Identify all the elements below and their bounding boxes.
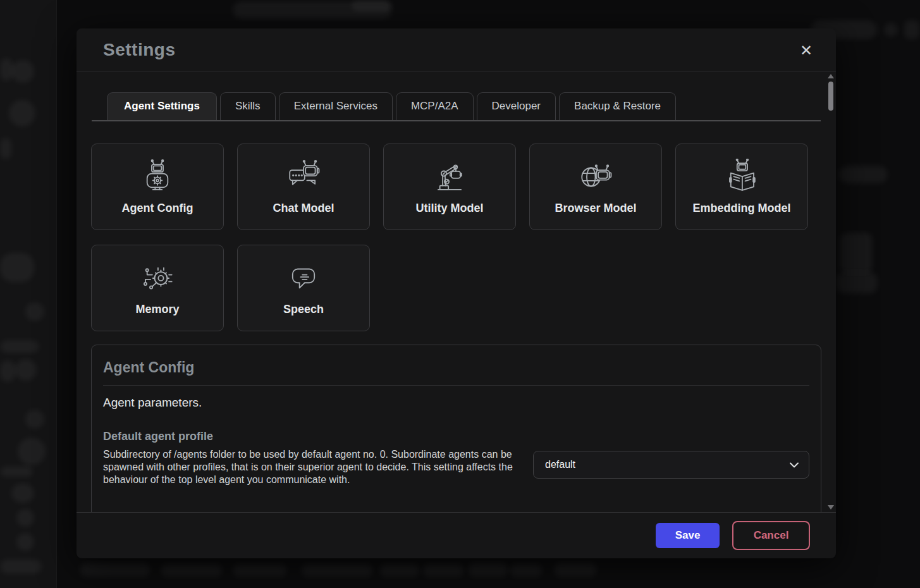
tab-skills[interactable]: Skills — [220, 92, 276, 120]
modal-content: Agent Settings Skills External Services … — [77, 71, 836, 512]
background-blur-shape — [379, 564, 420, 577]
background-blur-shape — [422, 564, 464, 577]
field-label: Default agent profile — [103, 430, 809, 443]
default-agent-profile-select[interactable]: default — [533, 451, 809, 479]
card-speech[interactable]: Speech — [237, 245, 370, 331]
card-embedding-model[interactable]: Embedding Model — [675, 144, 808, 230]
background-blur-shape — [836, 272, 878, 293]
background-blur-shape — [510, 564, 543, 577]
modal-footer: Save Cancel — [77, 512, 836, 558]
background-blur-shape — [301, 564, 373, 577]
tab-strip-underline — [92, 120, 821, 121]
section-title: Agent Config — [103, 359, 809, 376]
card-label: Utility Model — [416, 202, 484, 215]
tab-backup-restore[interactable]: Backup & Restore — [559, 92, 676, 120]
card-agent-config[interactable]: Agent Config — [91, 144, 224, 230]
robot-gear-icon — [139, 159, 176, 195]
background-blur-shape — [840, 233, 873, 273]
select-value: default — [545, 459, 575, 470]
card-label: Agent Config — [122, 202, 193, 215]
tab-developer[interactable]: Developer — [477, 92, 556, 120]
card-label: Speech — [283, 303, 324, 316]
settings-modal: Settings ✕ Agent Settings Skills Externa… — [77, 28, 836, 558]
close-icon[interactable]: ✕ — [795, 40, 817, 61]
globe-robot-icon — [577, 159, 614, 195]
background-blur-shape — [468, 563, 508, 577]
agent-config-section: Agent Config Agent parameters. Default a… — [91, 345, 821, 512]
tab-agent-settings[interactable]: Agent Settings — [107, 92, 217, 120]
background-blur-shape — [233, 1, 392, 19]
field-default-agent-profile: Default agent profile Subdirectory of /a… — [103, 430, 809, 486]
scrollbar-thumb[interactable] — [828, 82, 833, 111]
card-memory[interactable]: Memory — [91, 245, 224, 331]
background-blur-shape — [554, 563, 597, 577]
app-sidebar — [0, 0, 57, 588]
chevron-down-icon — [790, 462, 799, 468]
section-subtitle: Agent parameters. — [103, 396, 809, 410]
chat-bubbles-robot-icon — [285, 159, 322, 195]
card-label: Embedding Model — [693, 202, 791, 215]
scrollbar-down-arrow-icon[interactable] — [828, 505, 834, 510]
modal-header: Settings ✕ — [77, 28, 836, 71]
robot-reading-book-icon — [723, 159, 760, 195]
robot-arm-icon — [431, 159, 468, 195]
card-browser-model[interactable]: Browser Model — [529, 144, 662, 230]
background-blur-shape — [884, 23, 898, 37]
vertical-scrollbar[interactable] — [826, 71, 835, 512]
tab-mcp-a2a[interactable]: MCP/A2A — [396, 92, 474, 120]
settings-nav-cards: Agent Config — [91, 144, 821, 331]
field-description: Subdirectory of /agents folder to be use… — [103, 448, 513, 486]
scrollbar-up-arrow-icon[interactable] — [828, 74, 834, 78]
card-utility-model[interactable]: Utility Model — [383, 144, 516, 230]
background-blur-shape — [352, 0, 392, 11]
background-blur-shape — [233, 564, 287, 577]
card-label: Chat Model — [273, 202, 334, 215]
cancel-button[interactable]: Cancel — [732, 521, 810, 550]
tab-external-services[interactable]: External Services — [279, 92, 393, 120]
card-label: Memory — [135, 303, 179, 316]
background-blur-shape — [838, 166, 888, 183]
speech-bubble-icon — [285, 260, 322, 297]
card-label: Browser Model — [555, 202, 636, 215]
background-blur-shape — [904, 20, 920, 39]
card-chat-model[interactable]: Chat Model — [237, 144, 370, 230]
save-button[interactable]: Save — [656, 523, 720, 548]
settings-tabs: Agent Settings Skills External Services … — [107, 92, 821, 120]
modal-title: Settings — [103, 40, 175, 60]
background-blur-shape — [80, 563, 150, 577]
section-divider — [103, 385, 809, 386]
background-blur-shape — [161, 564, 223, 577]
circuit-gear-icon — [139, 260, 176, 297]
